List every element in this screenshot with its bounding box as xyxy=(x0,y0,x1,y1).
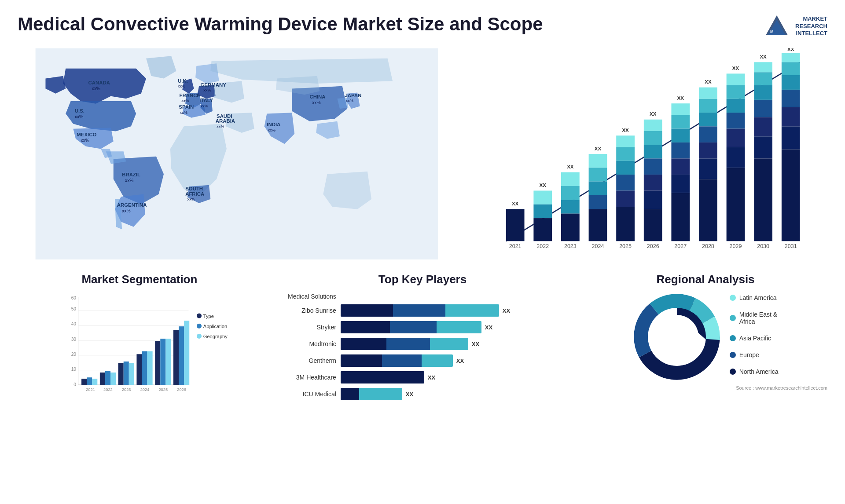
svg-text:MEXICO: MEXICO xyxy=(77,132,96,137)
svg-rect-144 xyxy=(124,362,129,385)
svg-text:2021: 2021 xyxy=(509,243,521,249)
bar-chart-container: XX 2021 XX 2022 XX xyxy=(469,48,828,259)
svg-rect-163 xyxy=(197,334,202,339)
map-container: CANADA xx% U.S. xx% MEXICO xx% BRAZIL xx… xyxy=(18,48,456,259)
svg-text:xx%: xx% xyxy=(187,197,195,201)
player-value: XX xyxy=(428,374,435,381)
svg-text:XX: XX xyxy=(511,201,518,206)
svg-text:INDIA: INDIA xyxy=(267,122,280,127)
svg-rect-79 xyxy=(671,142,690,159)
segmentation-title: Market Segmentation xyxy=(18,273,261,286)
svg-text:2028: 2028 xyxy=(702,243,714,249)
logo-text: MARKET RESEARCH INTELLECT xyxy=(795,15,827,38)
legend-color xyxy=(730,295,736,301)
world-map: CANADA xx% U.S. xx% MEXICO xx% BRAZIL xx… xyxy=(18,48,456,259)
svg-text:2030: 2030 xyxy=(757,243,769,249)
svg-rect-52 xyxy=(588,154,607,168)
svg-rect-139 xyxy=(100,373,105,385)
svg-rect-104 xyxy=(754,72,772,85)
svg-rect-99 xyxy=(726,147,745,168)
svg-text:XX: XX xyxy=(677,95,684,101)
svg-text:Geography: Geography xyxy=(203,334,228,339)
svg-text:xx%: xx% xyxy=(125,178,133,183)
svg-text:SPAIN: SPAIN xyxy=(179,104,194,110)
player-name: 3M Healthcare xyxy=(279,374,336,381)
svg-text:30: 30 xyxy=(71,337,77,342)
legend-item-northam: North America xyxy=(730,368,779,375)
player-bar-container: XX xyxy=(341,338,566,350)
svg-text:U.S.: U.S. xyxy=(75,108,84,113)
player-name: Gentherm xyxy=(279,357,336,364)
legend-item-europe: Europe xyxy=(730,351,779,358)
header: Medical Convective Warming Device Market… xyxy=(18,13,827,40)
svg-text:XX: XX xyxy=(622,128,629,133)
svg-rect-77 xyxy=(671,115,690,128)
svg-rect-81 xyxy=(671,175,690,193)
svg-text:xx%: xx% xyxy=(268,128,276,132)
svg-rect-114 xyxy=(781,75,800,90)
player-bar-container: XX xyxy=(341,371,566,383)
player-name: Medtronic xyxy=(279,340,336,347)
svg-text:2022: 2022 xyxy=(536,243,549,249)
svg-rect-86 xyxy=(699,99,717,113)
svg-rect-149 xyxy=(147,351,153,385)
player-row: Zibo Sunrise XX xyxy=(279,304,566,317)
svg-text:2024: 2024 xyxy=(140,387,150,392)
player-bar xyxy=(341,338,468,350)
svg-rect-82 xyxy=(671,193,690,241)
svg-rect-85 xyxy=(699,88,717,99)
svg-rect-68 xyxy=(643,131,662,145)
svg-rect-161 xyxy=(197,324,202,329)
player-bar xyxy=(341,371,424,383)
svg-rect-56 xyxy=(588,209,607,241)
svg-rect-78 xyxy=(671,129,690,142)
svg-text:XX: XX xyxy=(787,48,794,52)
svg-rect-54 xyxy=(588,182,607,195)
svg-text:JAPAN: JAPAN xyxy=(345,93,361,98)
svg-rect-115 xyxy=(781,90,800,107)
svg-rect-151 xyxy=(155,341,160,385)
svg-text:2023: 2023 xyxy=(564,243,576,249)
key-players-title: Top Key Players xyxy=(270,273,575,286)
svg-text:2026: 2026 xyxy=(647,243,659,249)
svg-text:M: M xyxy=(770,29,774,34)
svg-rect-60 xyxy=(616,147,635,161)
svg-rect-46 xyxy=(561,172,579,186)
svg-text:60: 60 xyxy=(71,296,77,300)
player-bar-container: XX xyxy=(341,321,566,333)
svg-rect-155 xyxy=(173,330,179,385)
player-name: Zibo Sunrise xyxy=(279,307,336,314)
svg-text:2021: 2021 xyxy=(86,387,95,392)
player-bar xyxy=(341,388,402,400)
svg-text:10: 10 xyxy=(71,367,77,372)
svg-rect-90 xyxy=(699,158,717,179)
svg-text:Application: Application xyxy=(203,324,227,329)
svg-rect-135 xyxy=(81,379,87,385)
svg-text:2026: 2026 xyxy=(177,387,186,392)
player-value: XX xyxy=(406,391,413,398)
svg-text:CHINA: CHINA xyxy=(309,94,325,99)
svg-rect-43 xyxy=(533,218,552,241)
regional-legend: Latin America Middle East &Africa Asia P… xyxy=(730,294,779,380)
legend-color xyxy=(730,335,736,341)
player-bar-container: XX xyxy=(341,354,566,367)
logo-area: M MARKET RESEARCH INTELLECT xyxy=(764,13,827,40)
page-title: Medical Convective Warming Device Market… xyxy=(18,13,543,35)
main-container: Medical Convective Warming Device Market… xyxy=(0,0,845,504)
svg-text:2027: 2027 xyxy=(674,243,687,249)
svg-rect-148 xyxy=(142,351,147,385)
player-value: XX xyxy=(456,358,464,364)
svg-text:50: 50 xyxy=(71,307,77,311)
svg-rect-157 xyxy=(184,321,189,385)
svg-rect-87 xyxy=(699,113,717,126)
svg-rect-70 xyxy=(643,158,662,175)
svg-rect-103 xyxy=(754,62,772,72)
svg-rect-53 xyxy=(588,168,607,181)
svg-text:2024: 2024 xyxy=(592,243,604,249)
segmentation-chart: 0 10 20 30 40 50 60 2021 xyxy=(18,293,261,407)
svg-rect-49 xyxy=(561,214,579,241)
player-name: Stryker xyxy=(279,324,336,331)
svg-rect-69 xyxy=(643,145,662,158)
svg-text:XX: XX xyxy=(760,54,767,59)
svg-text:2025: 2025 xyxy=(158,387,168,392)
